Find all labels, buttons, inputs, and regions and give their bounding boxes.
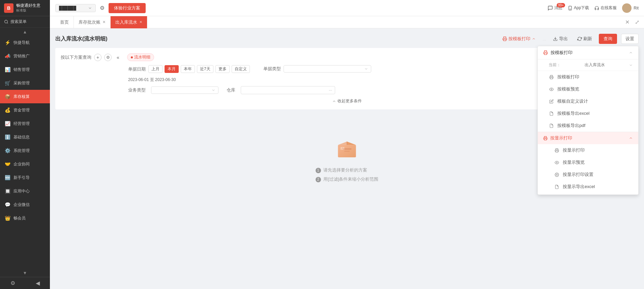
sidebar-item-sales[interactable]: 📊 销售管理 [0,63,50,76]
brand-name: 畅捷通好生意 [16,3,40,8]
dp-item-display-export-excel[interactable]: 按显示导出excel [538,181,638,193]
tab-in-out-flow[interactable]: 出入库流水 ✕ [111,16,147,28]
user-area[interactable]: Rit [622,3,639,13]
tab-home-label: 首页 [60,19,69,25]
dp-item-template-preview[interactable]: 按模板预览 [538,83,638,95]
dp-item-template-export-excel[interactable]: 按模板导出excel [538,107,638,120]
sidebar-item-app-center[interactable]: 🔲 应用中心 [0,184,50,198]
dp-template-preview-label: 按模板预览 [557,86,579,92]
tab-home[interactable]: 首页 [55,16,74,28]
warehouse-select[interactable]: ··· [241,86,335,94]
export-label: 导出 [559,36,568,42]
dp-item-display-preview[interactable]: 按显示预览 [538,156,638,168]
biz-type-select[interactable] [151,86,218,94]
sidebar-collapse-btn[interactable]: ◀ [36,280,40,286]
dp-excel-icon-2 [554,184,559,189]
date-btn-custom[interactable]: 自定义 [232,65,250,73]
filter-add-button[interactable]: + [94,54,101,61]
dp-item-template-export-pdf[interactable]: 按模板导出pdf [538,120,638,132]
page-actions: 按模板打印 ... 导出 刷新 查询 设置 [500,34,639,44]
sidebar-item-marketing[interactable]: 📣 营销推广 [0,49,50,63]
dp-section-display[interactable]: 按显示打印 [538,132,638,144]
headset-icon [594,6,599,10]
refresh-label: 刷新 [583,36,592,42]
dp-printer-icon-1 [549,74,554,80]
sidebar-item-weixin[interactable]: 💬 企业微信 [0,198,50,211]
sidebar-search[interactable]: 搜索菜单 [0,16,50,28]
date-btn-this-month[interactable]: 本月 [165,65,179,73]
date-btn-7days[interactable]: 近7天 [197,65,213,73]
sidebar-scroll-down[interactable]: ▼ [0,269,50,277]
close-all-tabs-button[interactable]: ✕ [623,18,632,27]
sidebar-search-label: 搜索菜单 [10,19,27,25]
sidebar-settings-btn[interactable]: ⚙ [10,280,15,286]
sidebar-bottom: ⚙ ◀ [0,277,50,289]
sidebar-scroll-up[interactable]: ▲ [0,28,50,36]
page-content: 出入库流水(流水明细) 按模板打印 ... 导出 刷新 [50,28,644,289]
sidebar-item-enterprise[interactable]: 🤝 企业协同 [0,157,50,171]
current-template-row[interactable]: 当前： 出入库流水 [538,59,638,71]
industry-solution-button[interactable]: 体验行业方案 [109,3,146,13]
app-label: App下载 [574,5,589,11]
dp-display-excel-label: 按显示导出excel [563,184,595,190]
sidebar-logo: B 畅捷通好生意 标准版 [0,0,50,16]
sidebar-item-quick-nav[interactable]: ⚡ 快捷导航 [0,36,50,49]
dp-eye-icon-1 [549,86,554,92]
filter-tag-dot [131,56,133,58]
sidebar-item-system[interactable]: ⚙️ 系统管理 [0,144,50,157]
dp-gear-icon [554,172,559,177]
tab-batch-account-close[interactable]: ✕ [103,20,106,24]
sidebar-item-finance[interactable]: 💰 资金管理 [0,103,50,117]
date-btn-last-month[interactable]: 上月 [148,65,163,73]
account-switcher[interactable]: ██████ [55,4,96,12]
tab-in-out-flow-close[interactable]: ✕ [139,20,142,24]
tab-batch-account[interactable]: 库存批次账 ✕ [74,16,111,28]
filter-settings-button[interactable]: ⚙ [104,54,112,61]
filter-tag[interactable]: 流水明细 [127,53,154,61]
filter-collapse-button[interactable]: « [114,54,122,61]
app-center-icon: 🔲 [4,188,11,194]
topbar-online-service[interactable]: 在线客服 [594,5,617,11]
dp-item-display-export-pdf[interactable]: 按显示导出pdf [538,193,638,194]
topbar-left: ██████ ⚙ 体验行业方案 [55,3,146,13]
guide-icon: 🆕 [4,174,11,181]
sidebar-item-guide[interactable]: 🆕 新手引导 [0,171,50,184]
refresh-action[interactable]: 刷新 [575,34,595,43]
panel-chevron-up-icon[interactable] [629,51,633,55]
date-btn-this-year[interactable]: 本年 [181,65,195,73]
maximize-button[interactable]: ⤢ [633,18,641,27]
dropdown-panel-title: 按模板打印 [543,50,573,56]
dp-item-template-print[interactable]: 按模板打印 [538,71,638,83]
template-print-action[interactable]: 按模板打印 [500,34,538,43]
dp-excel-icon-1 [549,111,554,116]
collapse-label: 收起更多条件 [338,98,362,104]
empty-hint-text-2: 用[过滤]条件来缩小分析范围 [323,177,378,182]
dp-item-display-print[interactable]: 按显示打印 [538,144,638,156]
dp-template-customize-label: 模板自定义设计 [557,98,588,104]
sidebar-item-inventory[interactable]: 📦 库存核算 [0,90,50,103]
settings-button[interactable]: 设置 [621,34,639,44]
chevron-up-icon [532,37,536,41]
svg-point-21 [343,148,344,149]
dropdown-panel: 按模板打印 当前： 出入库流水 [537,46,639,195]
topbar-messages[interactable]: 消息 99+ [548,5,562,11]
topbar-app-download[interactable]: App下载 [568,5,589,11]
dp-item-template-customize[interactable]: 模板自定义设计 [538,95,638,107]
sidebar-item-member[interactable]: 👑 畅会员 [0,211,50,225]
topbar-gear-icon[interactable]: ⚙ [98,3,106,12]
voucher-type-field: 单据类型 [263,65,371,73]
sidebar-item-operations[interactable]: 📈 经营管理 [0,117,50,130]
svg-rect-9 [556,151,558,152]
sidebar: B 畅捷通好生意 标准版 搜索菜单 ▲ ⚡ 快捷导航 📣 营销推广 📊 销售管理 [0,0,50,289]
dp-section-chevron-icon [629,136,633,140]
svg-rect-6 [550,77,553,79]
filter-search-text: 按以下方案查询 [61,54,91,60]
dropdown-panel-scroll: 当前： 出入库流水 按模板打印 [538,59,638,194]
sidebar-item-purchase[interactable]: 🛒 采购管理 [0,76,50,90]
export-action[interactable]: 导出 [550,34,570,43]
voucher-type-select[interactable] [284,65,371,73]
query-button[interactable]: 查询 [599,34,617,44]
date-btn-more[interactable]: 更多 [215,65,230,73]
dp-item-display-print-settings[interactable]: 按显示打印设置 [538,168,638,181]
sidebar-item-basic-info[interactable]: ℹ️ 基础信息 [0,130,50,144]
